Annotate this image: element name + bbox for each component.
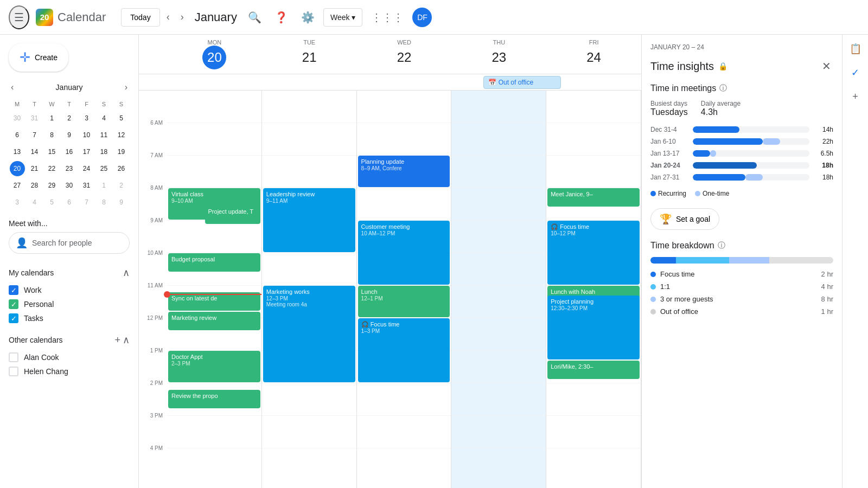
mini-day[interactable]: 13 [10, 144, 25, 159]
info-icon[interactable]: ⓘ [719, 84, 727, 93]
alan-checkbox[interactable] [9, 352, 18, 362]
mini-day[interactable]: 14 [27, 144, 42, 159]
mini-day[interactable]: 7 [79, 195, 94, 210]
next-button[interactable]: › [176, 7, 188, 27]
mini-day[interactable]: 28 [27, 178, 42, 193]
mini-day[interactable]: 21 [27, 161, 42, 176]
event-budget[interactable]: Budget proposal [168, 253, 260, 272]
mini-day[interactable]: 1 [97, 178, 112, 193]
mini-day[interactable]: 10 [79, 127, 94, 143]
add-other-calendar[interactable]: + [114, 334, 120, 346]
mini-day[interactable]: 19 [114, 144, 129, 159]
event-customer-meeting[interactable]: Customer meeting 10 AM–12 PM [358, 221, 450, 285]
day-header-thu[interactable]: THU 23 [451, 35, 546, 74]
set-goal-button[interactable]: 🏆 Set a goal [650, 208, 719, 230]
mini-day[interactable]: 24 [79, 161, 94, 176]
mini-day[interactable]: 11 [97, 127, 112, 143]
mini-day[interactable]: 2 [114, 178, 129, 193]
day-header-fri[interactable]: FRI 24 [546, 35, 641, 74]
today-button[interactable]: Today [121, 8, 159, 27]
calendar-item-helen[interactable]: Helen Chang [9, 364, 130, 378]
mini-day[interactable]: 22 [44, 161, 60, 176]
mini-day[interactable]: 18 [97, 144, 112, 159]
mini-day[interactable]: 12 [114, 127, 129, 143]
calendar-item-tasks[interactable]: ✓ Tasks [9, 311, 130, 325]
other-calendars-toggle[interactable]: ∧ [123, 334, 130, 346]
event-leadership[interactable]: Leadership review 9–11 AM [263, 188, 355, 252]
day-header-tue[interactable]: TUE 21 [262, 35, 357, 74]
event-doctor[interactable]: Doctor Appt 2–3 PM [168, 351, 260, 382]
mini-day[interactable]: 30 [10, 111, 25, 126]
mini-day[interactable]: 16 [62, 144, 77, 159]
bar-row-jan27: Jan 27-31 18h [650, 174, 833, 181]
help-button[interactable]: ❓ [270, 7, 292, 28]
my-calendars-toggle[interactable]: ∧ [123, 267, 130, 279]
helen-checkbox[interactable] [9, 367, 18, 376]
search-people-input[interactable]: 👤 Search for people [9, 232, 130, 254]
mini-day[interactable]: 7 [27, 127, 42, 143]
close-insights-button[interactable]: ✕ [820, 57, 833, 75]
mini-day[interactable]: 5 [114, 111, 129, 126]
personal-checkbox[interactable]: ✓ [9, 299, 18, 309]
mini-cal-next[interactable]: › [123, 80, 130, 94]
mini-day[interactable]: 2 [62, 111, 77, 126]
mini-day[interactable]: 5 [44, 195, 60, 210]
mini-day[interactable]: 23 [62, 161, 77, 176]
event-out-of-office[interactable]: 📅 Out of office [483, 76, 560, 89]
plus-edge-icon[interactable]: + [846, 87, 865, 106]
work-checkbox[interactable]: ✓ [9, 285, 18, 295]
mini-day[interactable]: 25 [97, 161, 112, 176]
event-lunch-wed[interactable]: Lunch 12–1 PM [358, 286, 450, 317]
view-selector[interactable]: Week ▾ [323, 8, 363, 27]
event-marketing-workshop[interactable]: Marketing works 12–3 PM Meeting room 4a [263, 286, 355, 382]
event-review-prop[interactable]: Review the propo [168, 390, 260, 408]
mini-day[interactable]: 4 [97, 111, 112, 126]
event-project-update[interactable]: Project update, T [205, 206, 260, 224]
meet-title: Meet with... [9, 219, 130, 228]
mini-day-today[interactable]: 20 [10, 161, 25, 176]
mini-cal-prev[interactable]: ‹ [9, 80, 16, 94]
event-focus-fri[interactable]: 🎧 Focus time 10–12 PM [547, 221, 640, 285]
event-bike[interactable]: Pick up new bike [563, 76, 640, 89]
tasks-icon[interactable]: 📋 [846, 39, 865, 59]
mini-day[interactable]: 6 [62, 195, 77, 210]
calendar-item-alan[interactable]: Alan Cook [9, 350, 130, 364]
avatar[interactable]: DF [412, 8, 432, 27]
mini-day[interactable]: 8 [44, 127, 60, 143]
event-lori-mike[interactable]: Lori/Mike, 2:30– [547, 361, 640, 379]
mini-day[interactable]: 29 [44, 178, 60, 193]
mini-day[interactable]: 6 [10, 127, 25, 143]
mini-day[interactable]: 3 [10, 195, 25, 210]
settings-button[interactable]: ⚙️ [297, 7, 319, 28]
mini-day[interactable]: 15 [44, 144, 60, 159]
mini-day[interactable]: 1 [44, 111, 60, 126]
calendar-item-work[interactable]: ✓ Work [9, 283, 130, 297]
breakdown-info-icon[interactable]: ⓘ [718, 241, 725, 251]
create-button[interactable]: ✛ Create [9, 43, 68, 72]
mini-day[interactable]: 17 [79, 144, 94, 159]
search-button[interactable]: 🔍 [244, 7, 266, 28]
event-project-planning[interactable]: Project planning 12:30–2:30 PM [547, 296, 640, 359]
event-marketing-review[interactable]: Marketing review [168, 312, 260, 330]
mini-day[interactable]: 9 [114, 195, 129, 210]
calendar-item-personal[interactable]: ✓ Personal [9, 297, 130, 311]
day-header-wed[interactable]: WED 22 [357, 35, 452, 74]
mini-day[interactable]: 9 [62, 127, 77, 143]
mini-day[interactable]: 30 [62, 178, 77, 193]
apps-icon[interactable]: ⋮⋮⋮ [367, 7, 408, 28]
prev-button[interactable]: ‹ [162, 7, 174, 27]
mini-day[interactable]: 31 [27, 111, 42, 126]
menu-icon[interactable]: ☰ [9, 5, 29, 29]
mini-day[interactable]: 8 [97, 195, 112, 210]
event-planning-update[interactable]: Planning update 8–9 AM, Confere [358, 156, 450, 187]
check-icon[interactable]: ✓ [846, 63, 865, 82]
mini-day[interactable]: 3 [79, 111, 94, 126]
mini-day[interactable]: 31 [79, 178, 94, 193]
mini-day[interactable]: 27 [10, 178, 25, 193]
event-meet-janice[interactable]: Meet Janice, 9– [547, 188, 640, 207]
mini-day[interactable]: 4 [27, 195, 42, 210]
mini-day[interactable]: 26 [114, 161, 129, 176]
event-focus-wed[interactable]: 🎧 Focus time 1–3 PM [358, 318, 450, 382]
tasks-checkbox[interactable]: ✓ [9, 313, 18, 323]
day-header-mon[interactable]: MON 20 [167, 35, 262, 74]
